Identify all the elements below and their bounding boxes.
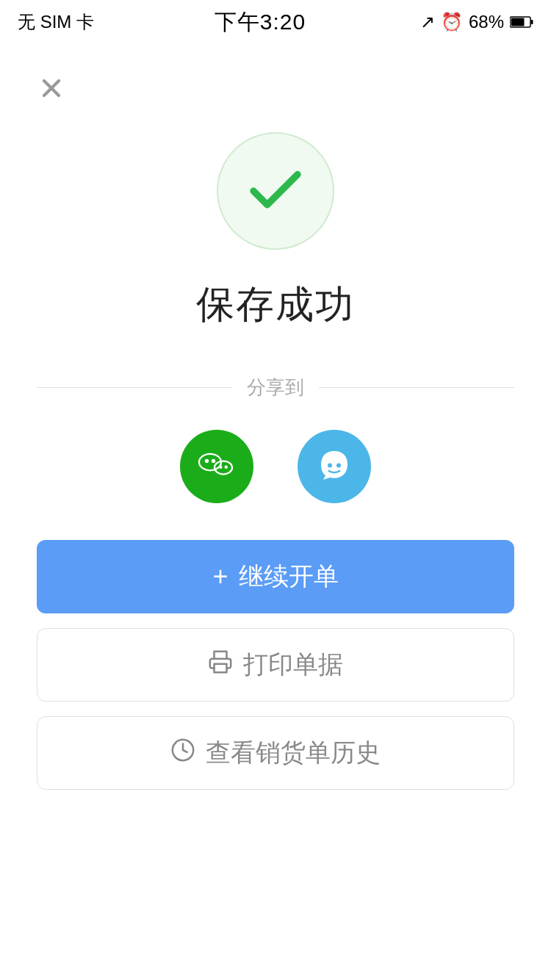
svg-point-10	[219, 466, 223, 469]
sim-text: 无 SIM 卡	[18, 10, 94, 34]
history-button[interactable]: 查看销货单历史	[37, 716, 514, 790]
location-icon: ↗	[420, 12, 435, 32]
share-icons	[37, 430, 514, 503]
print-label: 打印单据	[243, 648, 343, 682]
print-icon	[208, 649, 233, 680]
alarm-icon: ⏰	[441, 12, 463, 32]
status-bar: 无 SIM 卡 下午3:20 ↗ ⏰ 68%	[0, 0, 551, 44]
svg-rect-14	[215, 664, 227, 672]
svg-point-8	[205, 459, 209, 463]
continue-label: 继续开单	[239, 560, 339, 594]
status-right: ↗ ⏰ 68%	[420, 12, 533, 32]
success-title: 保存成功	[196, 279, 355, 331]
svg-rect-2	[530, 20, 533, 24]
continue-button[interactable]: + 继续开单	[37, 540, 514, 613]
share-divider: 分享到	[37, 375, 514, 400]
wechat-icon	[195, 444, 239, 489]
svg-point-13	[336, 464, 341, 468]
history-label: 查看销货单历史	[206, 736, 381, 770]
action-buttons: + 继续开单 打印单据 查看销货单历史	[37, 540, 514, 790]
battery-text: 68%	[469, 12, 504, 32]
print-button[interactable]: 打印单据	[37, 628, 514, 702]
main-content: 保存成功 分享到	[0, 118, 551, 980]
close-button[interactable]	[22, 59, 81, 118]
success-icon-circle	[217, 132, 334, 250]
wechat-share-button[interactable]	[180, 430, 253, 503]
checkmark-icon	[242, 158, 309, 224]
qq-icon	[312, 444, 356, 489]
qq-share-button[interactable]	[298, 430, 371, 503]
svg-point-11	[225, 466, 228, 469]
continue-icon: +	[212, 561, 228, 592]
svg-point-12	[328, 464, 332, 468]
status-time: 下午3:20	[215, 7, 306, 37]
share-section: 分享到	[37, 375, 514, 503]
share-label: 分享到	[247, 375, 304, 400]
status-left: 无 SIM 卡	[18, 10, 100, 34]
battery-icon	[510, 12, 533, 32]
svg-rect-3	[511, 18, 524, 26]
history-icon	[170, 738, 195, 768]
svg-point-9	[212, 459, 215, 463]
